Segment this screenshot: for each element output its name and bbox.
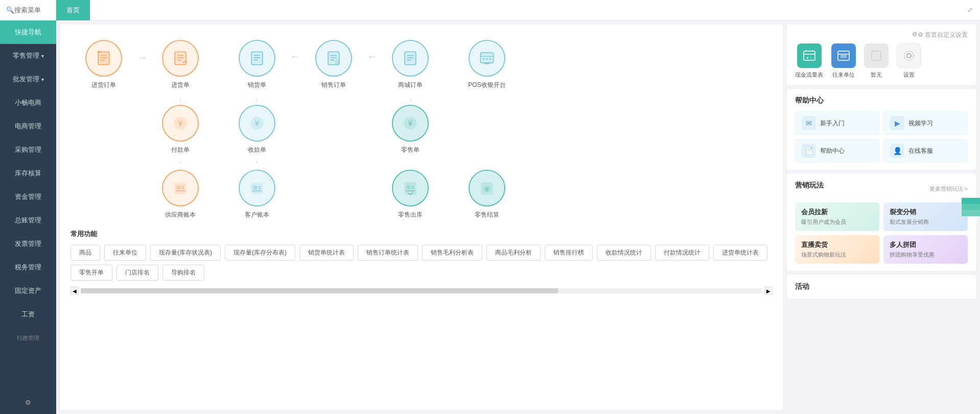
sidebar-item-assets[interactable]: 固定资产	[0, 279, 56, 303]
func-btn-9[interactable]: 收款情况统计	[597, 245, 651, 261]
home-tab[interactable]: 首页	[56, 0, 90, 20]
func-btn-5[interactable]: 销售订单统计表	[358, 245, 418, 261]
svg-rect-30	[486, 58, 488, 60]
sidebar-label-wholesale: 批发管理	[13, 75, 39, 84]
func-btn-1[interactable]: 往来单位	[104, 245, 146, 261]
expand-button[interactable]: ⤢	[962, 3, 977, 18]
sidebar-item-quicknav[interactable]: 快捷导航	[0, 20, 56, 44]
sidebar-item-inventory[interactable]: 库存核算	[0, 162, 56, 185]
sidebar-item-ecommerce-small[interactable]: 小畅电商	[0, 91, 56, 114]
quick-icon-settings[interactable]: 设置	[897, 43, 921, 79]
help-label-newbie: 新手入门	[820, 119, 845, 128]
func-btn-12[interactable]: 零售开单	[71, 265, 112, 281]
more-marketing-link[interactable]: 更多营销玩法 >	[929, 185, 968, 193]
flow-node-payment[interactable]: ¥ 付款单	[147, 105, 214, 154]
help-item-docs[interactable]: 📄 帮助中心	[795, 139, 879, 163]
flow-node-customer[interactable]: 客户账本	[224, 170, 290, 219]
mi-title-group: 多人拼团	[890, 240, 962, 249]
node-label-retail-settlement: 零售结算	[475, 211, 499, 219]
flow-node-purchase-order[interactable]: 进货订单	[71, 40, 137, 89]
float-btn-desktop[interactable]: 桌面快捷	[962, 210, 980, 216]
node-label-purchase-bill: 进货单	[171, 81, 190, 89]
func-btn-14[interactable]: 导购排名	[162, 265, 204, 281]
quick-icon-none[interactable]: 暂无	[864, 43, 889, 79]
svg-point-50	[407, 186, 410, 189]
svg-point-20	[335, 60, 340, 64]
node-label-retail: 零售单	[401, 146, 419, 154]
activity-section: 活动	[787, 275, 976, 298]
help-item-service[interactable]: 👤 在线客服	[883, 139, 968, 163]
customize-header[interactable]: ⚙ ⚙ 首页自定义设置	[795, 31, 968, 39]
customize-label: ⚙ 首页自定义设置	[918, 31, 968, 39]
scroll-right-btn[interactable]: ▶	[764, 287, 773, 295]
marketing-grid: 会员拉新 吸引用户成为会员 裂变分销 裂式发展分销商 直播卖货 场景式购物新玩法…	[795, 202, 968, 264]
marketing-item-live[interactable]: 直播卖货 场景式购物新玩法	[795, 235, 879, 264]
func-btn-8[interactable]: 销售排行榜	[545, 245, 593, 261]
func-btn-10[interactable]: 付款情况统计	[655, 245, 709, 261]
marketing-item-group[interactable]: 多人拼团 拼团购物享受优惠	[883, 235, 968, 264]
func-btn-3[interactable]: 现存量(库存分布表)	[225, 245, 295, 261]
node-label-sales-order: 销售订单	[321, 81, 346, 89]
flow-col-retail: ↓ ¥ 零售单	[377, 95, 444, 154]
sidebar-label-ecommerce-small: 小畅电商	[15, 98, 41, 107]
sidebar-item-admin[interactable]: 行政管理	[0, 326, 56, 350]
flow-node-receipt[interactable]: ¥ 收款单	[224, 105, 290, 154]
quick-icon-contacts[interactable]: 往来单位	[831, 43, 856, 79]
sidebar-item-salary[interactable]: 工资	[0, 303, 56, 326]
search-icon: 🔍	[6, 6, 14, 14]
float-buttons: 客服热线 服务社区 桌面快捷	[962, 198, 980, 216]
sidebar-gear-button[interactable]: ⚙	[0, 390, 56, 414]
document-icon: 📄	[802, 144, 816, 158]
sidebar-item-ledger[interactable]: 总账管理	[0, 209, 56, 232]
sidebar-label-ledger: 总账管理	[15, 216, 41, 225]
person-icon: 👤	[890, 144, 904, 158]
sidebar-label-tax: 税务管理	[15, 263, 41, 272]
node-label-receipt: 收款单	[248, 146, 266, 154]
flow-node-supplier[interactable]: 供应商账本	[147, 170, 214, 219]
scroll-left-btn[interactable]: ◀	[71, 287, 79, 295]
quick-icons-row: ¥→ 现金流量表	[795, 43, 968, 79]
func-btn-4[interactable]: 销货单统计表	[299, 245, 354, 261]
func-btn-11[interactable]: 进货单统计表	[713, 245, 767, 261]
search-menu[interactable]: 🔍 搜索菜单	[0, 0, 56, 20]
func-btn-7[interactable]: 商品毛利分析	[486, 245, 541, 261]
quick-access-section: ⚙ ⚙ 首页自定义设置 ¥→	[787, 25, 976, 85]
search-label: 搜索菜单	[14, 6, 41, 15]
help-item-video[interactable]: ▶ 视频学习	[883, 111, 968, 135]
quick-icon-cashflow[interactable]: ¥→ 现金流量表	[795, 43, 823, 79]
sidebar-item-ecommerce[interactable]: 电商管理	[0, 114, 56, 138]
flow-node-retail-outbound[interactable]: 零售出库	[377, 170, 444, 219]
float-btn-community[interactable]: 服务社区	[962, 204, 980, 210]
flow-node-retail-settlement[interactable]: ¥ 零售结算	[454, 170, 520, 219]
sidebar-item-tax[interactable]: 税务管理	[0, 256, 56, 279]
sidebar-item-invoice[interactable]: 发票管理	[0, 232, 56, 256]
help-label-docs: 帮助中心	[820, 147, 845, 155]
flow-node-pos[interactable]: POS收银开台	[454, 40, 520, 89]
flow-node-sales-bill[interactable]: 销货单	[224, 40, 290, 89]
func-btn-13[interactable]: 门店排名	[116, 265, 158, 281]
flow-node-retail[interactable]: ¥ 零售单	[377, 105, 444, 154]
sidebar-item-purchase[interactable]: 采购管理	[0, 138, 56, 162]
help-label-service: 在线客服	[908, 147, 933, 155]
topbar: 🔍 搜索菜单 首页 ⤢	[0, 0, 980, 20]
func-btn-6[interactable]: 销售毛利分析表	[422, 245, 482, 261]
float-btn-service[interactable]: 客服热线	[962, 198, 980, 204]
scroll-thumb	[81, 288, 558, 293]
node-label-supplier: 供应商账本	[165, 211, 196, 219]
func-btn-0[interactable]: 商品	[71, 245, 100, 261]
sidebar-item-retail[interactable]: 零售管理 ▾	[0, 44, 56, 67]
sidebar-item-wholesale[interactable]: 批发管理 ▾	[0, 67, 56, 91]
func-btn-2[interactable]: 现存量(库存状况表)	[150, 245, 221, 261]
flow-node-purchase-bill[interactable]: 进货单	[147, 40, 214, 89]
flow-node-sales-order[interactable]: 销售订单	[300, 40, 367, 89]
chevron-down-icon: ▾	[41, 77, 44, 82]
mi-desc-viral: 裂式发展分销商	[890, 218, 962, 226]
help-item-newbie[interactable]: ✉ 新手入门	[795, 111, 879, 135]
marketing-item-member[interactable]: 会员拉新 吸引用户成为会员	[795, 202, 879, 231]
sidebar-item-funds[interactable]: 资金管理	[0, 185, 56, 209]
mi-desc-live: 场景式购物新玩法	[801, 251, 873, 259]
common-functions-title: 常用功能	[71, 229, 773, 239]
flow-node-mall-order[interactable]: 商城订单	[377, 40, 444, 89]
marketing-item-viral[interactable]: 裂变分销 裂式发展分销商	[883, 202, 968, 231]
marketing-header: 营销玩法 更多营销玩法 >	[795, 181, 968, 196]
